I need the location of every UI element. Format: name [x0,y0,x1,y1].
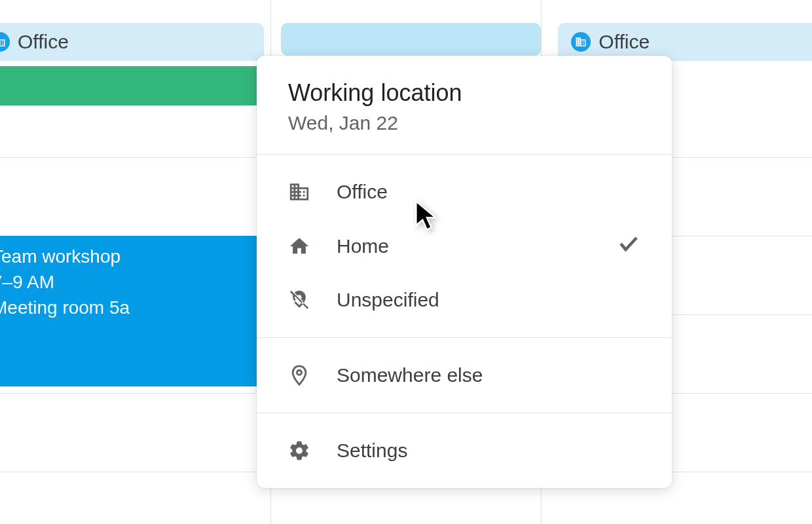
working-location-chip-active[interactable] [281,23,542,56]
home-icon [288,235,310,257]
location-option-home[interactable]: Home [257,217,672,274]
mouse-cursor [414,199,440,234]
event-title: Team workshop [0,244,252,269]
gear-icon [288,440,310,462]
option-label: Office [337,181,640,203]
popover-header: Working location Wed, Jan 22 [257,56,672,155]
popover-somewhere-section: Somewhere else [257,338,672,413]
hour-gridline [0,393,270,394]
location-chip-label: Office [599,31,650,53]
option-label: Unspecified [337,289,640,311]
location-option-office[interactable]: Office [257,166,672,217]
calendar-event[interactable]: Team workshop 7–9 AM Meeting room 5a [0,236,264,386]
popover-date: Wed, Jan 22 [288,112,640,134]
popover-settings-section: Settings [257,413,672,488]
hour-gridline [0,472,270,472]
popover-options-section: Office Home Unspecified [257,155,672,338]
location-option-unspecified[interactable]: Unspecified [257,274,672,326]
location-option-somewhere-else[interactable]: Somewhere else [257,350,672,401]
location-chip-label: Office [18,31,69,53]
working-location-popover: Working location Wed, Jan 22 Office Home… [257,56,672,488]
day-column: Office Team workshop 7–9 AM Meeting room… [0,0,271,524]
office-icon [571,32,591,52]
location-off-icon [288,289,310,311]
office-icon [288,181,310,203]
option-label: Home [337,235,591,257]
office-icon [0,32,10,52]
event-time: 7–9 AM [0,269,252,295]
pin-icon [288,364,310,386]
option-label: Somewhere else [337,364,640,386]
checkmark-icon [617,232,640,260]
popover-title: Working location [288,79,640,107]
location-settings[interactable]: Settings [257,425,672,476]
event-room: Meeting room 5a [0,295,252,320]
working-location-chip[interactable]: Office [0,23,264,61]
option-label: Settings [337,440,640,462]
all-day-event[interactable] [0,66,264,105]
hour-gridline [0,157,270,158]
